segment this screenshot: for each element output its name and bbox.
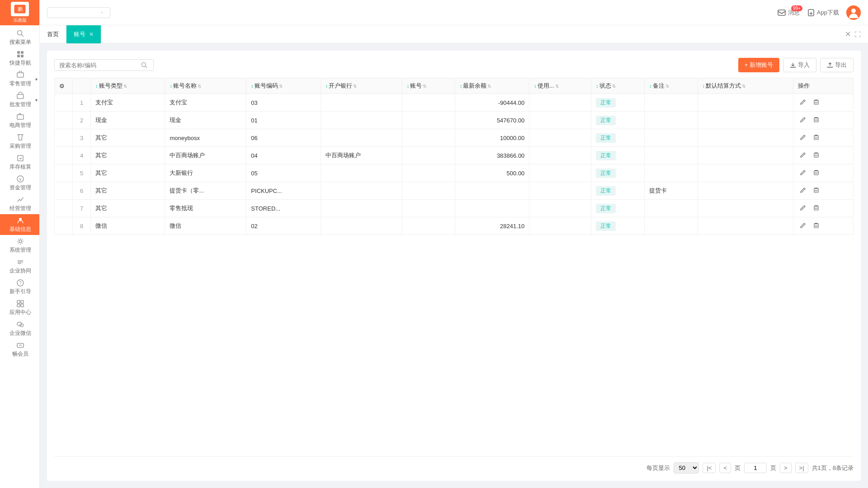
row-status: 正常 bbox=[591, 129, 645, 147]
accounts-table: ⚙ ↕账号类型⇅ ↕账号名称⇅ ↕账号编码⇅ ↕开户银行⇅ ↕账号⇅ ↕最新余额… bbox=[54, 78, 854, 235]
sidebar-item-new-guide[interactable]: ? 新手引导 bbox=[0, 277, 39, 297]
delete-row-button[interactable] bbox=[811, 186, 821, 196]
page-last-btn[interactable]: >| bbox=[795, 463, 808, 473]
delete-row-button[interactable] bbox=[811, 221, 821, 231]
col-bank[interactable]: ↕开户银行⇅ bbox=[321, 78, 402, 94]
svg-rect-35 bbox=[814, 136, 818, 140]
col-remark[interactable]: ↕备注⇅ bbox=[645, 78, 698, 94]
sidebar-label-biz-agreement: 企业协同 bbox=[9, 267, 31, 275]
tab-maximize-btn[interactable]: ⛶ bbox=[854, 31, 861, 38]
sidebar-item-member[interactable]: 畅会员 bbox=[0, 339, 39, 360]
tab-close-icon[interactable]: ✕ bbox=[89, 31, 94, 38]
row-type: 其它 bbox=[91, 147, 165, 164]
delete-row-button[interactable] bbox=[811, 115, 821, 125]
svg-text:¥: ¥ bbox=[19, 177, 22, 182]
add-account-button[interactable]: + 新增账号 bbox=[738, 58, 779, 72]
sidebar-item-biz-agreement[interactable]: 企业协同 bbox=[0, 256, 39, 277]
table-search-icon[interactable] bbox=[141, 61, 148, 69]
import-button[interactable]: 导入 bbox=[783, 58, 816, 72]
export-icon bbox=[827, 62, 833, 68]
delete-row-button[interactable] bbox=[811, 133, 821, 143]
col-account[interactable]: ↕账号⇅ bbox=[402, 78, 455, 94]
sidebar-label-member: 畅会员 bbox=[12, 350, 28, 358]
page-input[interactable] bbox=[744, 463, 767, 473]
user-avatar[interactable] bbox=[846, 5, 861, 20]
row-bank: 中百商场账户 bbox=[321, 147, 402, 164]
sidebar-item-retail-mgmt[interactable]: 零售管理 ▾ bbox=[0, 69, 39, 89]
edit-row-button[interactable] bbox=[798, 115, 808, 125]
sidebar-item-finance-mgmt[interactable]: ¥ 资金管理 bbox=[0, 173, 39, 193]
page-prev-btn[interactable]: < bbox=[719, 463, 731, 473]
delete-row-button[interactable] bbox=[811, 203, 821, 213]
delete-row-button[interactable] bbox=[811, 168, 821, 178]
col-balance[interactable]: ↕最新余额⇅ bbox=[455, 78, 529, 94]
svg-line-3 bbox=[22, 34, 24, 37]
sidebar-menu: 搜索菜单 快捷导航 零售管理 ▾ 批发管理 ▾ 电商管理 采购管理 库存核算 bbox=[0, 25, 39, 488]
delete-row-button[interactable] bbox=[811, 98, 821, 108]
delete-row-button[interactable] bbox=[811, 150, 821, 160]
svg-rect-37 bbox=[814, 171, 818, 175]
logo-area: 鹏 乐惠版 bbox=[0, 0, 39, 25]
svg-rect-34 bbox=[814, 118, 818, 122]
row-settings-cell bbox=[55, 217, 73, 235]
col-default-settle[interactable]: ↕默认结算方式⇅ bbox=[698, 78, 793, 94]
sidebar-item-quick-nav[interactable]: 快捷导航 bbox=[0, 48, 39, 69]
sidebar-item-search-menu[interactable]: 搜索菜单 bbox=[0, 27, 39, 48]
col-type[interactable]: ↕账号类型⇅ bbox=[91, 78, 165, 94]
svg-rect-21 bbox=[21, 304, 24, 307]
row-account bbox=[402, 147, 455, 164]
row-usage bbox=[529, 217, 591, 235]
sidebar-item-ecommerce-mgmt[interactable]: 电商管理 bbox=[0, 110, 39, 131]
row-action bbox=[793, 147, 854, 164]
svg-rect-6 bbox=[17, 55, 20, 57]
table-search-wrap[interactable] bbox=[54, 59, 154, 71]
col-status[interactable]: ↕状态⇅ bbox=[591, 78, 645, 94]
row-default-settle bbox=[698, 217, 793, 235]
row-usage bbox=[529, 182, 591, 200]
sidebar-item-purchase-mgmt[interactable]: 采购管理 bbox=[0, 131, 39, 152]
sidebar-item-app-center[interactable]: 应用中心 bbox=[0, 297, 39, 318]
tab-account[interactable]: 账号 ✕ bbox=[66, 25, 101, 43]
sidebar-item-ops-mgmt[interactable]: 经营管理 bbox=[0, 193, 39, 214]
edit-row-button[interactable] bbox=[798, 168, 808, 178]
row-action bbox=[793, 112, 854, 129]
row-type: 现金 bbox=[91, 112, 165, 129]
col-action: 操作 bbox=[793, 78, 854, 94]
sidebar-item-wholesale-mgmt[interactable]: 批发管理 ▾ bbox=[0, 89, 39, 110]
edit-row-button[interactable] bbox=[798, 203, 808, 213]
table-row: 8 微信 微信 02 28241.10 正常 bbox=[55, 217, 854, 235]
page-next-btn[interactable]: > bbox=[780, 463, 792, 473]
page-size-select[interactable]: 50 20 100 bbox=[674, 462, 699, 474]
sidebar-item-inventory[interactable]: 库存核算 bbox=[0, 152, 39, 173]
col-settings[interactable]: ⚙ bbox=[55, 78, 73, 94]
sidebar-label-app-center: 应用中心 bbox=[9, 309, 31, 316]
tab-home-label: 首页 bbox=[47, 30, 59, 38]
sidebar-item-basic-info[interactable]: 基础信息 bbox=[0, 214, 39, 235]
sidebar-item-sys-mgmt[interactable]: 系统管理 bbox=[0, 235, 39, 256]
header-right: 消息 99+ App下载 bbox=[777, 5, 861, 20]
edit-row-button[interactable] bbox=[798, 150, 808, 160]
tab-home[interactable]: 首页 bbox=[40, 25, 66, 43]
header-search-box[interactable] bbox=[47, 7, 110, 18]
export-button[interactable]: 导出 bbox=[820, 58, 854, 72]
message-button[interactable]: 消息 99+ bbox=[777, 8, 800, 17]
edit-row-button[interactable] bbox=[798, 221, 808, 231]
sidebar-label-basic: 基础信息 bbox=[9, 225, 31, 233]
row-code: 02 bbox=[246, 217, 321, 235]
col-usage[interactable]: ↕使用...⇅ bbox=[529, 78, 591, 94]
tab-close-btn[interactable]: ✕ bbox=[845, 30, 851, 38]
app-download-button[interactable]: App下载 bbox=[807, 9, 839, 17]
col-code[interactable]: ↕账号编码⇅ bbox=[246, 78, 321, 94]
row-usage bbox=[529, 200, 591, 217]
edit-row-button[interactable] bbox=[798, 98, 808, 108]
page-first-btn[interactable]: |< bbox=[703, 463, 716, 473]
table-search-input[interactable] bbox=[59, 62, 141, 69]
header-search-input[interactable] bbox=[51, 9, 101, 16]
row-bank bbox=[321, 217, 402, 235]
col-name[interactable]: ↕账号名称⇅ bbox=[165, 78, 246, 94]
row-code: STORED... bbox=[246, 200, 321, 217]
svg-rect-9 bbox=[17, 94, 24, 99]
edit-row-button[interactable] bbox=[798, 133, 808, 143]
edit-row-button[interactable] bbox=[798, 186, 808, 196]
sidebar-item-biz-wechat[interactable]: 企业微信 bbox=[0, 318, 39, 339]
